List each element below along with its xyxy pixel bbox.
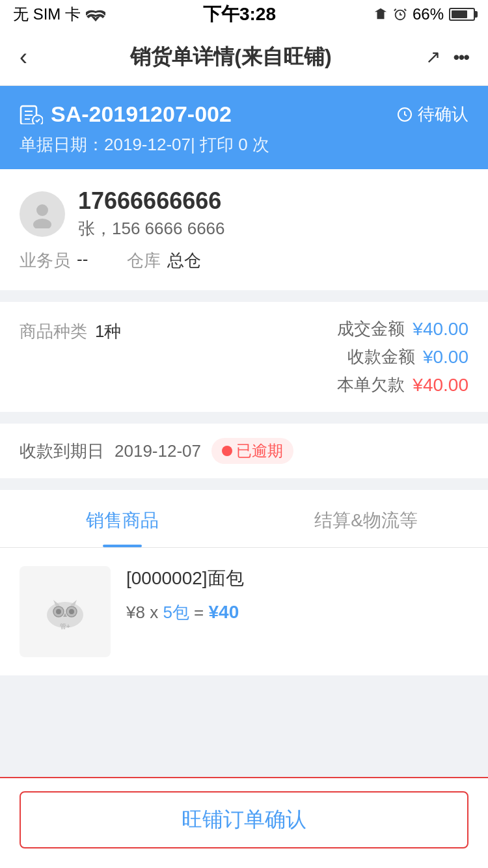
more-icon[interactable]: ••• bbox=[454, 47, 468, 68]
total-value: ¥40 bbox=[208, 602, 239, 622]
summary-row: 商品种类 1种 成交金额 ¥40.00 收款金额 ¥0.00 本单欠款 ¥40.… bbox=[20, 318, 468, 396]
price-text: ¥8 x bbox=[126, 603, 163, 622]
confirm-button[interactable]: 旺铺订单确认 bbox=[20, 791, 468, 848]
product-types-label: 商品种类 bbox=[20, 320, 87, 343]
customer-name: 张，156 6666 6666 bbox=[78, 217, 225, 240]
due-label: 收款到期日 bbox=[20, 440, 104, 463]
salesperson-item: 业务员 -- bbox=[20, 249, 88, 272]
product-types: 商品种类 1种 bbox=[20, 318, 121, 343]
product-name: [0000002]面包 bbox=[126, 566, 468, 591]
order-status: 待确认 bbox=[397, 103, 468, 126]
svg-point-9 bbox=[56, 609, 61, 614]
overdue-text: 已逾期 bbox=[236, 441, 283, 461]
tab-underline bbox=[103, 545, 142, 547]
deal-amount-value: ¥40.00 bbox=[413, 319, 468, 340]
bottom-bar: 旺铺订单确认 bbox=[0, 777, 488, 868]
product-section: 管+ [0000002]面包 ¥8 x 5包 = ¥40 bbox=[0, 548, 488, 675]
share-icon[interactable]: ↗ bbox=[426, 46, 441, 68]
deal-amount-label: 成交金额 bbox=[337, 318, 405, 340]
due-section: 收款到期日 2019-12-07 已逾期 bbox=[0, 424, 488, 478]
back-button[interactable]: ‹ bbox=[20, 44, 59, 71]
status-time: 下午3:28 bbox=[203, 2, 276, 27]
received-amount-line: 收款金额 ¥0.00 bbox=[347, 346, 468, 368]
product-thumbnail: 管+ bbox=[39, 592, 91, 631]
svg-point-5 bbox=[33, 219, 51, 228]
deal-amount-line: 成交金额 ¥40.00 bbox=[337, 318, 468, 340]
carrier-text: 无 SIM 卡 bbox=[13, 4, 81, 25]
alarm-icon bbox=[393, 7, 407, 21]
order-date-line: 单据日期：2019-12-07| 打印 0 次 bbox=[20, 133, 468, 156]
order-banner-top: SA-20191207-002 待确认 bbox=[20, 102, 468, 127]
customer-phone: 17666666666 bbox=[78, 187, 225, 215]
svg-point-2 bbox=[33, 115, 43, 124]
avatar bbox=[20, 191, 65, 237]
received-label: 收款金额 bbox=[347, 346, 415, 368]
product-types-value: 1种 bbox=[95, 320, 121, 343]
nav-bar: ‹ 销货单详情(来自旺铺) ↗ ••• bbox=[0, 29, 488, 86]
received-value: ¥0.00 bbox=[423, 347, 468, 368]
order-id: SA-20191207-002 bbox=[20, 102, 232, 127]
overdue-badge: 已逾期 bbox=[211, 438, 293, 464]
battery-icon bbox=[449, 8, 475, 21]
owed-amount-line: 本单欠款 ¥40.00 bbox=[337, 373, 468, 396]
salesperson-value: -- bbox=[77, 249, 88, 272]
status-right: 66% bbox=[373, 5, 475, 23]
amounts: 成交金额 ¥40.00 收款金额 ¥0.00 本单欠款 ¥40.00 bbox=[337, 318, 468, 396]
product-image: 管+ bbox=[20, 566, 111, 657]
order-banner: SA-20191207-002 待确认 单据日期：2019-12-07| 打印 … bbox=[0, 86, 488, 169]
wifi-icon bbox=[86, 7, 105, 21]
status-bar: 无 SIM 卡 下午3:28 66% bbox=[0, 0, 488, 29]
order-doc-icon bbox=[20, 105, 43, 124]
clock-icon bbox=[397, 107, 413, 122]
customer-contact: 17666666666 张，156 6666 6666 bbox=[78, 187, 225, 240]
summary-section: 商品种类 1种 成交金额 ¥40.00 收款金额 ¥0.00 本单欠款 ¥40.… bbox=[0, 302, 488, 412]
product-info: [0000002]面包 ¥8 x 5包 = ¥40 bbox=[126, 566, 468, 624]
nav-actions: ↗ ••• bbox=[403, 46, 468, 68]
owed-value: ¥40.00 bbox=[413, 375, 468, 396]
page-title: 销货单详情(来自旺铺) bbox=[59, 43, 403, 72]
salesperson-label: 业务员 bbox=[20, 249, 70, 272]
product-price-row: ¥8 x 5包 = ¥40 bbox=[126, 601, 468, 624]
location-icon bbox=[373, 7, 388, 21]
tabs-row: 销售商品 结算&物流等 bbox=[0, 490, 488, 548]
svg-point-10 bbox=[69, 609, 74, 614]
warehouse-label: 仓库 bbox=[127, 249, 161, 272]
overdue-dot-icon bbox=[222, 446, 232, 456]
tab-settlement[interactable]: 结算&物流等 bbox=[244, 490, 488, 547]
svg-text:管+: 管+ bbox=[60, 623, 70, 630]
svg-point-4 bbox=[36, 204, 48, 216]
tabs-section: 销售商品 结算&物流等 bbox=[0, 490, 488, 548]
equals-text: = bbox=[189, 603, 209, 622]
customer-meta: 业务员 -- 仓库 总仓 bbox=[20, 249, 468, 272]
warehouse-value: 总仓 bbox=[167, 249, 201, 272]
due-date: 2019-12-07 bbox=[115, 441, 201, 461]
warehouse-item: 仓库 总仓 bbox=[127, 249, 201, 272]
quantity-value: 5包 bbox=[163, 603, 189, 622]
status-left: 无 SIM 卡 bbox=[13, 4, 105, 25]
tab-sales-product[interactable]: 销售商品 bbox=[0, 490, 244, 547]
customer-row: 17666666666 张，156 6666 6666 bbox=[20, 187, 468, 240]
owed-label: 本单欠款 bbox=[337, 373, 405, 396]
customer-section: 17666666666 张，156 6666 6666 业务员 -- 仓库 总仓 bbox=[0, 169, 488, 290]
battery-text: 66% bbox=[413, 5, 444, 23]
